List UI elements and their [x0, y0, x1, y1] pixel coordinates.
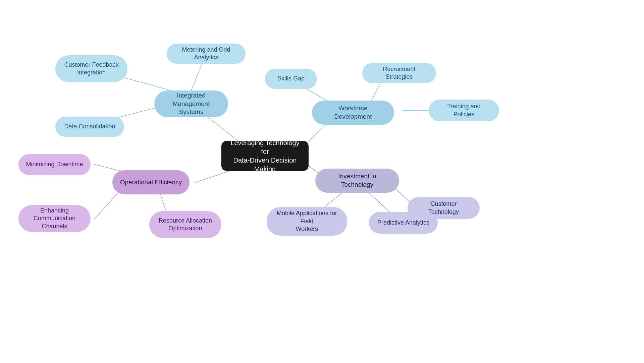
minimizing-downtime-label: Minimizing Downtime — [26, 161, 83, 168]
operational-efficiency-label: Operational Efficiency — [120, 178, 182, 187]
mobile-applications-label: Mobile Applications for FieldWorkers — [274, 209, 340, 233]
integrated-management-node: Integrated ManagementSystems — [154, 90, 228, 117]
training-policies-node: Training and Policies — [429, 100, 499, 121]
investment-technology-node: Investment in Technology — [315, 169, 399, 193]
center-label: Leveraging Technology forData-Driven Dec… — [229, 138, 301, 173]
investment-technology-label: Investment in Technology — [323, 172, 392, 189]
center-node: Leveraging Technology forData-Driven Dec… — [221, 141, 309, 171]
recruitment-strategies-label: Recruitment Strategies — [370, 65, 429, 81]
training-policies-label: Training and Policies — [436, 103, 492, 118]
metering-grid-label: Metering and Grid Analytics — [174, 46, 238, 62]
operational-efficiency-node: Operational Efficiency — [112, 170, 190, 194]
resource-allocation-label: Resource AllocationOptimization — [159, 217, 212, 233]
customer-feedback-label: Customer FeedbackIntegration — [64, 61, 118, 77]
workforce-development-label: Workforce Development — [319, 104, 387, 121]
resource-allocation-node: Resource AllocationOptimization — [149, 211, 221, 238]
predictive-analytics-label: Predictive Analytics — [377, 219, 429, 227]
metering-grid-node: Metering and Grid Analytics — [167, 44, 246, 64]
recruitment-strategies-node: Recruitment Strategies — [362, 63, 436, 83]
skills-gap-label: Skills Gap — [277, 75, 305, 82]
data-consolidation-label: Data Consolidation — [64, 123, 115, 130]
enhancing-communication-label: Enhancing CommunicationChannels — [26, 207, 83, 230]
integrated-management-label: Integrated ManagementSystems — [162, 92, 221, 116]
workforce-development-node: Workforce Development — [312, 101, 394, 125]
minimizing-downtime-node: Minimizing Downtime — [18, 154, 91, 175]
customer-feedback-node: Customer FeedbackIntegration — [55, 55, 127, 82]
enhancing-communication-node: Enhancing CommunicationChannels — [18, 205, 91, 232]
predictive-analytics-node: Predictive Analytics — [369, 212, 438, 234]
mobile-applications-node: Mobile Applications for FieldWorkers — [267, 207, 347, 236]
data-consolidation-node: Data Consolidation — [55, 117, 124, 137]
skills-gap-node: Skills Gap — [265, 69, 317, 89]
